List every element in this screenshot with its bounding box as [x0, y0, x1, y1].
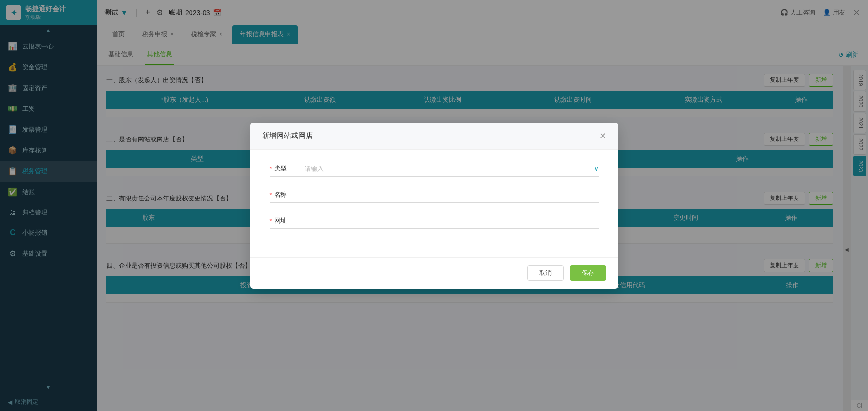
- name-input[interactable]: [303, 190, 599, 199]
- required-star-url: *: [270, 217, 272, 225]
- dialog-header: 新增网站或网店 ✕: [250, 123, 618, 150]
- form-row-name: *名称: [270, 190, 599, 203]
- dialog-title: 新增网站或网店: [262, 131, 313, 140]
- save-button[interactable]: 保存: [570, 265, 606, 281]
- name-label: *名称: [270, 190, 299, 199]
- dialog-footer: 取消 保存: [250, 257, 618, 289]
- cancel-button[interactable]: 取消: [527, 265, 564, 281]
- form-row-type: *类型 ∨: [270, 164, 599, 177]
- form-field-type: *类型 ∨: [270, 164, 599, 177]
- dialog-overlay: 新增网站或网店 ✕ *类型 ∨ *名称: [0, 0, 868, 411]
- dialog-add-website: 新增网站或网店 ✕ *类型 ∨ *名称: [250, 123, 618, 289]
- required-star: *: [270, 165, 272, 172]
- type-dropdown-icon[interactable]: ∨: [594, 165, 599, 172]
- form-row-url: *网址: [270, 216, 599, 229]
- required-star-name: *: [270, 191, 272, 198]
- url-input[interactable]: [303, 216, 599, 226]
- url-label: *网址: [270, 216, 299, 225]
- type-input[interactable]: [303, 164, 594, 173]
- form-field-name: *名称: [270, 190, 599, 203]
- form-field-url: *网址: [270, 216, 599, 229]
- type-label: *类型: [270, 164, 299, 173]
- dialog-close-button[interactable]: ✕: [599, 131, 606, 141]
- dialog-body: *类型 ∨ *名称 *网址: [250, 150, 618, 257]
